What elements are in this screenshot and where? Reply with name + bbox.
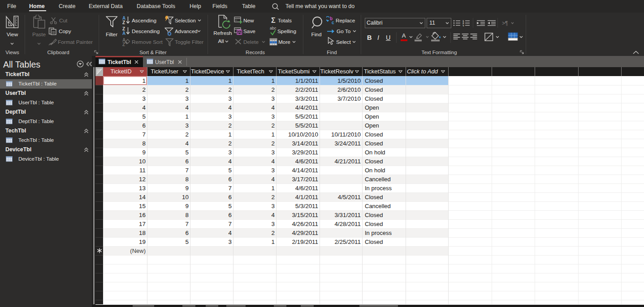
svg-text:c: c	[332, 20, 334, 25]
svg-text:abc: abc	[270, 26, 277, 30]
svg-text:Z: Z	[122, 20, 125, 25]
svg-text:Z: Z	[122, 42, 125, 47]
svg-text:A: A	[122, 31, 125, 35]
svg-text:3: 3	[462, 25, 464, 27]
